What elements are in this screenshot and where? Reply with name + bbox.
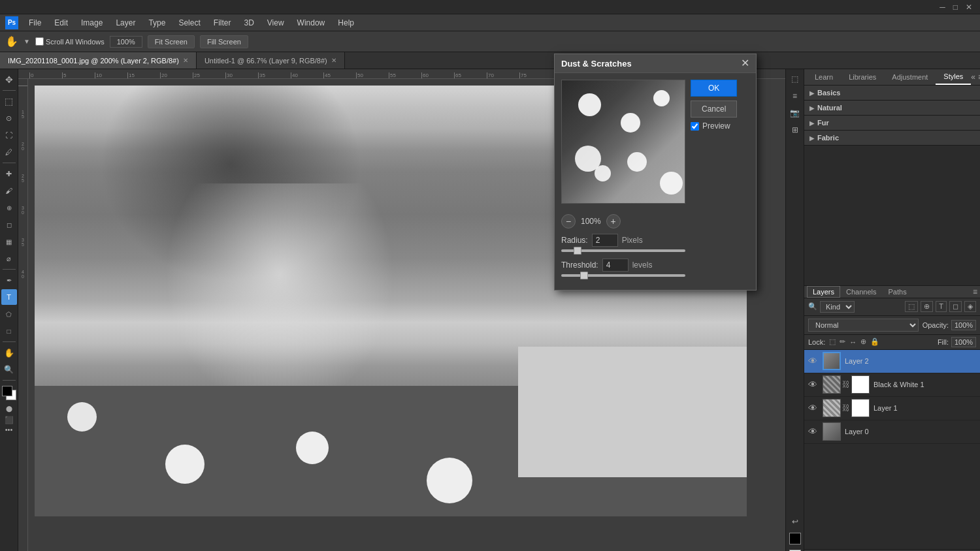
fit-screen-button[interactable]: Fit Screen — [148, 35, 195, 48]
fabric-header[interactable]: ▶ Fabric — [804, 131, 980, 145]
cancel-button[interactable]: Cancel — [691, 101, 737, 118]
close-button[interactable]: ✕ — [963, 3, 975, 12]
menu-edit[interactable]: Edit — [49, 17, 73, 29]
tab-untitled[interactable]: Untitled-1 @ 66.7% (Layer 9, RGB/8#) ✕ — [197, 52, 345, 69]
lasso-tool[interactable]: ⊙ — [1, 110, 17, 126]
blend-mode-select[interactable]: Normal — [808, 319, 919, 332]
layer-item-layer0[interactable]: 👁 Layer 0 — [804, 420, 980, 444]
fill-input[interactable] — [951, 337, 976, 347]
type-tool[interactable]: T — [1, 289, 17, 305]
threshold-input[interactable] — [602, 259, 629, 272]
tab-untitled-close[interactable]: ✕ — [331, 57, 336, 64]
quick-mask-icon[interactable]: ⬤ — [6, 405, 12, 412]
filter-smart-icon[interactable]: ◈ — [964, 301, 976, 312]
clone-tool[interactable]: ⊕ — [1, 200, 17, 215]
menu-view[interactable]: View — [262, 17, 289, 29]
hand-tool[interactable]: ✋ — [1, 345, 17, 360]
preview-checkbox-label[interactable]: Preview — [691, 121, 737, 131]
channels-tab[interactable]: Channels — [840, 286, 882, 298]
menu-image[interactable]: Image — [76, 17, 108, 29]
layers-panel-menu[interactable]: ≡ — [973, 287, 977, 296]
menu-layer[interactable]: Layer — [110, 17, 140, 29]
radius-slider-thumb[interactable] — [574, 247, 581, 255]
move-tool[interactable]: ✥ — [1, 72, 17, 87]
brush-tool[interactable]: 🖌 — [1, 183, 17, 198]
tab-img1-close[interactable]: ✕ — [183, 57, 188, 64]
dodge-tool[interactable]: ⌀ — [1, 251, 17, 266]
lock-image-icon[interactable]: ✏ — [840, 338, 845, 346]
layer1-visibility-icon[interactable]: 👁 — [808, 403, 819, 413]
gradient-tool[interactable]: ▦ — [1, 234, 17, 249]
history-icon[interactable]: ↩ — [788, 514, 802, 529]
crop-tool[interactable]: ⛶ — [1, 127, 17, 143]
zoom-tool[interactable]: 🔍 — [1, 362, 17, 377]
lock-position-icon[interactable]: ↔ — [849, 338, 857, 346]
fur-header[interactable]: ▶ Fur — [804, 116, 980, 130]
menu-3d[interactable]: 3D — [238, 17, 259, 29]
basics-header[interactable]: ▶ Basics — [804, 86, 980, 100]
screen-mode-icon[interactable]: ⬛ — [5, 416, 14, 424]
layer-item-layer2[interactable]: 👁 Layer 2 — [804, 350, 980, 373]
lock-transparent-icon[interactable]: ⬚ — [829, 338, 836, 346]
threshold-slider-thumb[interactable] — [580, 272, 588, 279]
preview-checkbox[interactable] — [691, 122, 699, 131]
healing-tool[interactable]: ✚ — [1, 166, 17, 181]
properties-icon[interactable]: ≡ — [788, 89, 802, 103]
collapse-panel-icon[interactable]: « — [971, 72, 975, 82]
layer-item-layer1[interactable]: 👁 ⛓ Layer 1 — [804, 397, 980, 420]
filter-kind-select[interactable]: Kind — [820, 301, 855, 313]
foreground-color-swatch[interactable] — [2, 386, 12, 396]
filter-shape-icon[interactable]: ◻ — [949, 301, 962, 312]
natural-header[interactable]: ▶ Natural — [804, 101, 980, 115]
camera-icon[interactable]: 📷 — [788, 106, 802, 120]
filter-pixel-icon[interactable]: ⬚ — [905, 301, 918, 312]
opacity-input[interactable] — [951, 320, 976, 330]
zoom-input[interactable] — [110, 36, 142, 48]
dust-scratches-dialog[interactable]: Dust & Scratches ✕ — [554, 54, 757, 291]
eyedropper-tool[interactable]: 🖊 — [1, 144, 17, 160]
lock-all-icon[interactable]: 🔒 — [870, 338, 879, 346]
more-tools[interactable]: ••• — [5, 426, 13, 433]
ok-button[interactable]: OK — [691, 80, 737, 97]
layer-item-bw1[interactable]: 👁 ⛓ Black & White 1 — [804, 373, 980, 397]
menu-type[interactable]: Type — [143, 17, 171, 29]
menu-file[interactable]: File — [24, 17, 46, 29]
layer2-visibility-icon[interactable]: 👁 — [808, 356, 819, 366]
fg-color-small[interactable] — [789, 533, 801, 544]
minimize-button[interactable]: ─ — [937, 3, 948, 12]
lock-artboard-icon[interactable]: ⊕ — [860, 338, 866, 346]
layers-menu-icon[interactable]: ≡ — [973, 287, 977, 296]
menu-help[interactable]: Help — [333, 17, 359, 29]
bw1-visibility-icon[interactable]: 👁 — [808, 379, 819, 390]
layer0-visibility-icon[interactable]: 👁 — [808, 426, 819, 437]
tab-adjustment[interactable]: Adjustment — [884, 70, 936, 84]
zoom-out-button[interactable]: − — [561, 214, 576, 228]
grid-icon[interactable]: ⊞ — [788, 123, 802, 137]
menu-window[interactable]: Window — [292, 17, 331, 29]
tab-libraries[interactable]: Libraries — [841, 70, 884, 84]
pen-tool[interactable]: ✒ — [1, 272, 17, 288]
marquee-tool[interactable]: ⬚ — [1, 93, 17, 109]
tab-styles[interactable]: Styles — [936, 69, 971, 85]
fur-title: Fur — [817, 119, 829, 127]
scroll-all-windows-checkbox[interactable] — [35, 37, 44, 46]
maximize-button[interactable]: □ — [951, 3, 960, 12]
filter-type-icon[interactable]: T — [936, 301, 947, 312]
shape-tool[interactable]: □ — [1, 323, 17, 339]
scroll-all-windows-label[interactable]: Scroll All Windows — [35, 37, 105, 46]
zoom-in-button[interactable]: + — [606, 214, 621, 228]
eraser-tool[interactable]: ◻ — [1, 217, 17, 232]
dialog-close-button[interactable]: ✕ — [741, 58, 749, 69]
layers-tab[interactable]: Layers — [807, 286, 840, 298]
menu-select[interactable]: Select — [173, 17, 205, 29]
paths-tab[interactable]: Paths — [883, 286, 913, 298]
radius-input[interactable] — [592, 234, 618, 247]
path-tool[interactable]: ⬠ — [1, 306, 17, 322]
arrange-icon[interactable]: ⬚ — [788, 72, 802, 86]
tab-learn[interactable]: Learn — [807, 70, 841, 84]
fill-screen-button[interactable]: Fill Screen — [200, 35, 248, 48]
filter-adjust-icon[interactable]: ⊕ — [921, 301, 933, 312]
menu-filter[interactable]: Filter — [208, 17, 237, 29]
tab-img1[interactable]: IMG_20201108_0001.jpg @ 200% (Layer 2, R… — [0, 52, 197, 69]
basics-section: ▶ Basics — [804, 86, 980, 101]
